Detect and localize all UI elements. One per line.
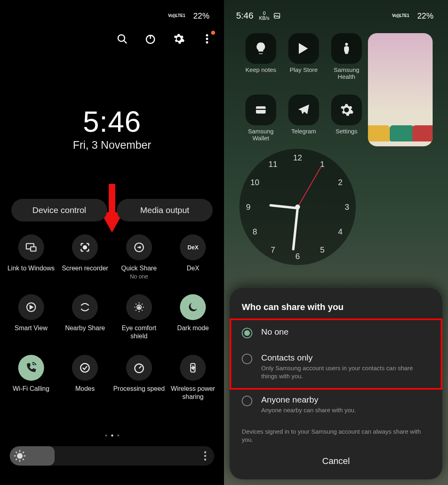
tile-quick-share[interactable]: Quick Share No one <box>112 234 166 280</box>
sheet-note: Devices signed in to your Samsung accoun… <box>230 422 442 446</box>
clock-number: 5 <box>320 245 324 254</box>
tile-screen-recorder[interactable]: Screen recorder <box>58 234 112 280</box>
tile-link-windows[interactable]: Link to Windows <box>4 234 58 280</box>
option-desc: Only Samsung account users in your conta… <box>261 364 430 381</box>
svg-point-4 <box>118 35 125 41</box>
clock-time: 5:46 <box>0 105 224 138</box>
tile-label: Eye comfort shield <box>113 324 165 340</box>
app-samsung-health[interactable]: Samsung Health <box>325 33 368 85</box>
volte-icon: Vo)) LTE1 <box>168 14 185 18</box>
svg-point-25 <box>345 43 348 46</box>
notification-dot-icon <box>211 31 215 35</box>
device-control-label: Device control <box>32 205 86 215</box>
clock-number: 9 <box>246 202 250 212</box>
clock-number: 7 <box>270 245 275 254</box>
tile-label: DeX <box>187 264 199 272</box>
screen-quick-settings: Vo)) LTE1 22% 5:46 Fri, 3 November <box>0 0 224 485</box>
settings-button[interactable] <box>171 32 186 46</box>
tile-label: Smart View <box>15 324 48 332</box>
svg-point-19 <box>17 453 22 458</box>
tile-label: Nearby Share <box>65 324 105 332</box>
option-no-one[interactable]: No one <box>230 320 442 346</box>
status-bar: Vo)) LTE1 22% <box>0 0 224 32</box>
clock-header: 5:46 Fri, 3 November <box>0 105 224 152</box>
option-desc: Anyone nearby can share with you. <box>261 406 356 414</box>
option-label: No one <box>261 327 289 337</box>
svg-point-11 <box>83 246 87 249</box>
svg-rect-27 <box>256 109 266 110</box>
clock-number: 1 <box>320 160 324 169</box>
data-speed: 0 KB/s <box>259 11 269 21</box>
clock-number: 11 <box>268 160 277 169</box>
tile-nearby-share[interactable]: Nearby Share <box>58 294 112 340</box>
cancel-button[interactable]: Cancel <box>230 445 442 472</box>
app-settings[interactable]: Settings <box>325 95 368 146</box>
app-samsung-wallet[interactable]: Samsung Wallet <box>239 95 282 146</box>
home-apps: Keep notes Play Store Samsung Health Sam… <box>239 33 433 146</box>
dex-icon: DeX <box>188 244 199 251</box>
app-label: Keep notes <box>245 66 276 73</box>
device-control-button[interactable]: Device control <box>11 199 107 221</box>
tile-dark-mode[interactable]: Dark mode <box>166 294 220 340</box>
control-pills: Device control Media output <box>11 199 213 221</box>
tile-label: Wi-Fi Calling <box>13 385 49 393</box>
brightness-slider[interactable] <box>10 446 214 466</box>
option-label: Anyone nearby <box>261 395 356 405</box>
app-label: Telegram <box>291 128 316 135</box>
svg-rect-10 <box>30 247 36 251</box>
tile-wireless-power[interactable]: Wireless power sharing <box>166 355 220 401</box>
svg-text:A: A <box>138 306 140 309</box>
volte-icon: Vo))LTE1 <box>392 14 409 18</box>
quick-tiles: Link to Windows Screen recorder Quick Sh… <box>4 234 220 401</box>
radio-icon <box>242 396 252 406</box>
tile-label: Dark mode <box>177 324 209 332</box>
tile-processing-speed[interactable]: Processing speed <box>112 355 166 401</box>
photo-widget[interactable] <box>368 33 433 146</box>
analog-clock-widget[interactable]: 121234567891011 <box>239 149 356 265</box>
kbs-unit: KB/s <box>259 15 269 21</box>
tile-eye-comfort[interactable]: A Eye comfort shield <box>112 294 166 340</box>
app-telegram[interactable]: Telegram <box>282 95 325 146</box>
media-output-button[interactable]: Media output <box>117 199 213 221</box>
app-label: Samsung Health <box>325 66 368 80</box>
tile-modes[interactable]: Modes <box>58 355 112 401</box>
clock-date: Fri, 3 November <box>0 139 224 152</box>
tile-label: Modes <box>75 385 95 393</box>
tile-dex[interactable]: DeX DeX <box>166 234 220 280</box>
clock-number: 12 <box>293 153 302 162</box>
clock-number: 8 <box>253 227 257 236</box>
option-contacts-only[interactable]: Contacts only Only Samsung account users… <box>230 346 442 388</box>
more-button[interactable] <box>200 32 214 46</box>
tile-sublabel: No one <box>130 273 148 280</box>
clock-number: 3 <box>344 202 349 212</box>
app-play-store[interactable]: Play Store <box>282 33 325 85</box>
tile-smart-view[interactable]: Smart View <box>4 294 58 340</box>
tile-label: Screen recorder <box>62 264 108 272</box>
status-bar: 5:46 0 KB/s Vo))LTE1 22% <box>224 0 448 32</box>
screen-quick-share-dialog: 5:46 0 KB/s Vo))LTE1 22% Keep notes <box>224 0 448 485</box>
app-label: Play Store <box>290 66 317 73</box>
sheet-title: Who can share with you <box>230 302 442 320</box>
search-button[interactable] <box>115 32 129 46</box>
svg-point-8 <box>206 41 208 44</box>
tile-label: Link to Windows <box>8 264 55 272</box>
app-keep-notes[interactable]: Keep notes <box>239 33 282 85</box>
clock-number: 4 <box>338 227 342 236</box>
brightness-more-button[interactable] <box>204 451 206 461</box>
tile-label: Processing speed <box>113 385 165 393</box>
volte-vo: Vo)) <box>168 14 176 18</box>
media-output-label: Media output <box>140 205 189 215</box>
svg-point-16 <box>81 363 89 372</box>
app-label: Settings <box>336 128 357 135</box>
status-time: 5:46 <box>236 11 254 21</box>
tile-label: Quick Share <box>121 264 157 272</box>
volte-lte: LTE1 <box>175 14 185 18</box>
quick-share-sheet: Who can share with you No one Contacts o… <box>230 288 442 479</box>
option-anyone-nearby[interactable]: Anyone nearby Anyone nearby can share wi… <box>230 388 442 422</box>
page-indicator <box>0 434 224 436</box>
radio-selected-icon <box>242 328 252 338</box>
battery-percent: 22% <box>417 11 433 21</box>
power-button[interactable] <box>143 32 158 46</box>
tile-wifi-calling[interactable]: Wi-Fi Calling <box>4 355 58 401</box>
app-label: Samsung Wallet <box>239 128 282 141</box>
